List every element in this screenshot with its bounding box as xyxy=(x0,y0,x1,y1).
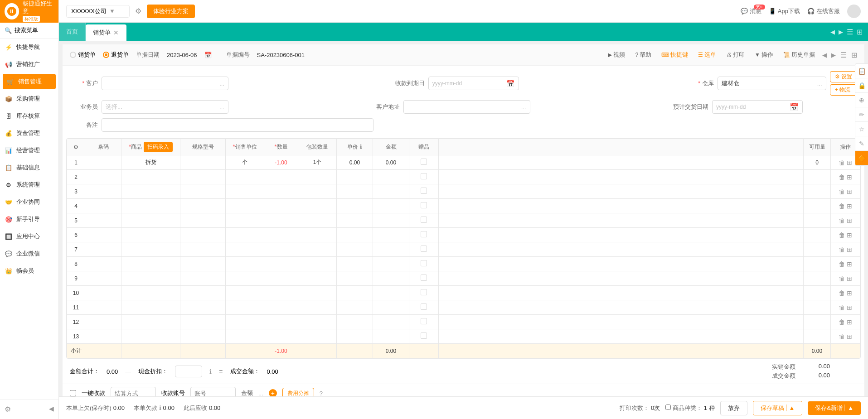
sidebar-item-wechat[interactable]: 💬 企业微信 xyxy=(0,245,58,262)
cell-amount[interactable] xyxy=(373,242,409,257)
video-btn[interactable]: ▶ 视频 xyxy=(605,50,628,60)
cell-price[interactable] xyxy=(337,315,373,329)
cell-pkg-qty[interactable] xyxy=(298,213,337,228)
cell-unit[interactable] xyxy=(226,315,264,329)
delete-row-button[interactable]: 🗑 xyxy=(838,289,846,297)
cell-note[interactable] xyxy=(439,155,804,170)
cell-amount[interactable] xyxy=(373,228,409,242)
cell-amount[interactable] xyxy=(373,257,409,271)
cell-note[interactable] xyxy=(439,329,804,344)
sidebar-item-member[interactable]: 👑 畅会员 xyxy=(0,262,58,279)
cell-pkg-qty[interactable] xyxy=(298,170,337,184)
cell-pkg-qty[interactable] xyxy=(298,300,337,315)
delete-row-button[interactable]: 🗑 xyxy=(838,159,846,166)
cell-product[interactable] xyxy=(121,184,180,199)
cell-unit[interactable] xyxy=(226,286,264,300)
cell-amount[interactable] xyxy=(373,300,409,315)
cell-amount[interactable] xyxy=(373,286,409,300)
col-settings-header[interactable]: ⚙ xyxy=(67,139,85,155)
cell-product[interactable] xyxy=(121,315,180,329)
cell-product[interactable] xyxy=(121,228,180,242)
cell-unit[interactable] xyxy=(226,242,264,257)
cell-spec[interactable] xyxy=(180,199,226,213)
cell-unit[interactable] xyxy=(226,300,264,315)
cell-price[interactable] xyxy=(337,242,373,257)
cell-pkg-qty[interactable] xyxy=(298,329,337,344)
delete-row-button[interactable]: 🗑 xyxy=(838,188,846,195)
abandon-button[interactable]: 放弃 xyxy=(720,401,747,415)
nav-next-icon[interactable]: ▶ xyxy=(831,52,836,58)
copy-row-button[interactable]: ⊞ xyxy=(846,260,853,268)
cell-note[interactable] xyxy=(439,315,804,329)
cell-product[interactable] xyxy=(121,257,180,271)
cell-spec[interactable] xyxy=(180,170,226,184)
cell-gift[interactable] xyxy=(409,329,439,344)
gift-checkbox[interactable] xyxy=(421,318,427,324)
settings-gear-icon[interactable]: ⚙ xyxy=(135,7,141,15)
cell-gift[interactable] xyxy=(409,271,439,286)
copy-row-button[interactable]: ⊞ xyxy=(846,217,853,224)
cell-product[interactable] xyxy=(121,329,180,344)
layout-icon1[interactable]: ☰ xyxy=(840,51,847,59)
cell-barcode[interactable] xyxy=(85,257,121,271)
sidebar-item-operation[interactable]: 📊 经营管理 xyxy=(0,142,58,159)
cell-gift[interactable] xyxy=(409,300,439,315)
layout-icon2[interactable]: ⊞ xyxy=(851,51,857,59)
cell-product[interactable] xyxy=(121,199,180,213)
settings-button[interactable]: ⚙ 设置 xyxy=(830,71,857,82)
cell-barcode[interactable] xyxy=(85,199,121,213)
tab-home[interactable]: 首页 xyxy=(59,23,86,41)
tab-sales-order[interactable]: 销货单 ✕ xyxy=(86,24,126,41)
tab-nav-next-icon[interactable]: ▶ xyxy=(837,29,845,35)
sidebar-item-basic[interactable]: 📋 基础信息 xyxy=(0,159,58,176)
gift-checkbox[interactable] xyxy=(421,231,427,237)
cell-spec[interactable] xyxy=(180,155,226,170)
cell-qty[interactable] xyxy=(264,315,298,329)
cell-amount[interactable] xyxy=(373,315,409,329)
cell-price[interactable] xyxy=(337,271,373,286)
cell-note[interactable] xyxy=(439,170,804,184)
cell-qty[interactable] xyxy=(264,286,298,300)
cell-qty[interactable]: -1.00 xyxy=(264,155,298,170)
cell-unit[interactable] xyxy=(226,329,264,344)
float-btn-1[interactable]: 📋 xyxy=(855,64,868,78)
salesman-ellipsis[interactable]: ... xyxy=(218,104,224,111)
due-date-input[interactable]: yyyy-mm-dd 📅 xyxy=(428,77,519,90)
delete-row-button[interactable]: 🗑 xyxy=(838,202,846,210)
expense-help-icon[interactable]: ? xyxy=(320,390,323,397)
cash-discount-input[interactable] xyxy=(175,366,202,377)
cell-pkg-qty[interactable] xyxy=(298,184,337,199)
online-service-button[interactable]: 🎧 在线客服 xyxy=(807,7,840,15)
save-new-dropdown-icon[interactable]: ▲ xyxy=(844,405,853,411)
shortcut-btn[interactable]: ⌨ 快捷键 xyxy=(659,50,691,60)
salesman-input[interactable]: 选择... ... xyxy=(102,100,228,114)
gift-checkbox[interactable] xyxy=(421,260,427,266)
gift-checkbox[interactable] xyxy=(421,332,427,339)
copy-row-button[interactable]: ⊞ xyxy=(846,333,853,340)
cell-gift[interactable] xyxy=(409,228,439,242)
cell-pkg-qty[interactable] xyxy=(298,257,337,271)
user-avatar[interactable] xyxy=(847,5,861,18)
tab-nav-prev-icon[interactable]: ◀ xyxy=(829,29,837,35)
copy-row-button[interactable]: ⊞ xyxy=(846,246,853,253)
cell-spec[interactable] xyxy=(180,271,226,286)
warehouse-ellipsis[interactable]: ... xyxy=(815,80,822,87)
cell-spec[interactable] xyxy=(180,315,226,329)
cell-barcode[interactable] xyxy=(85,315,121,329)
cell-barcode[interactable] xyxy=(85,242,121,257)
copy-row-button[interactable]: ⊞ xyxy=(846,318,853,326)
cell-barcode[interactable] xyxy=(85,155,121,170)
company-selector[interactable]: XXXXXX公司 ▼ xyxy=(66,5,130,18)
cell-barcode[interactable] xyxy=(85,271,121,286)
remarks-input[interactable] xyxy=(102,118,373,132)
delete-row-button[interactable]: 🗑 xyxy=(838,217,846,224)
logistics-button[interactable]: + 物流 xyxy=(830,84,857,96)
cell-spec[interactable] xyxy=(180,228,226,242)
trial-button[interactable]: 体验行业方案 xyxy=(147,5,195,18)
cell-barcode[interactable] xyxy=(85,170,121,184)
copy-row-button[interactable]: ⊞ xyxy=(846,159,853,166)
cell-gift[interactable] xyxy=(409,286,439,300)
sidebar-collapse-icon[interactable]: ◀ xyxy=(49,405,54,414)
save-draft-button[interactable]: 保存草稿 ▲ xyxy=(753,401,802,415)
copy-row-button[interactable]: ⊞ xyxy=(846,188,853,195)
